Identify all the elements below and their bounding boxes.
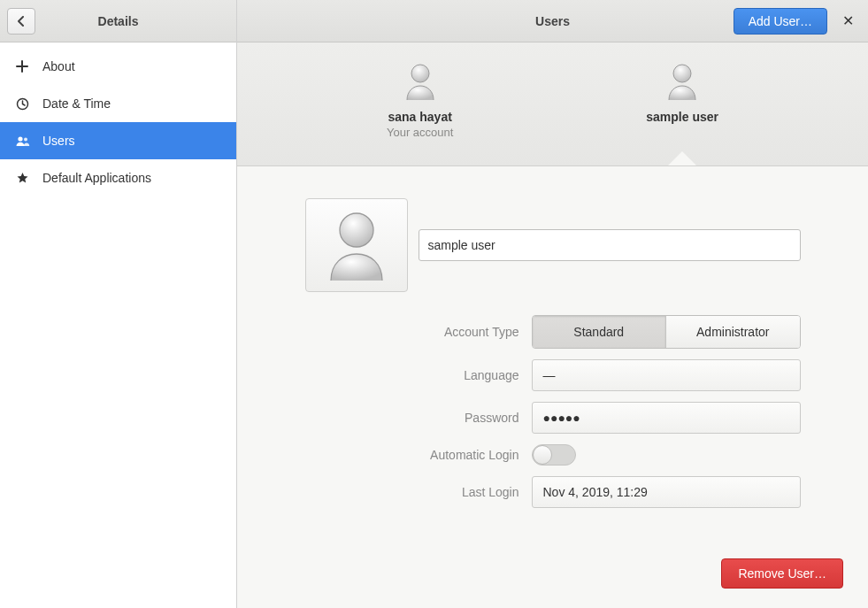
password-value: ●●●●● [543, 411, 580, 425]
last-login-value: Nov 4, 2019, 11:29 [543, 485, 648, 499]
sidebar-item-default-apps[interactable]: Default Applications [0, 159, 236, 196]
sidebar-title: Details [0, 14, 236, 28]
password-label: Password [305, 411, 532, 425]
user-detail-content: Account Type Standard Administrator Lang… [237, 166, 868, 608]
password-field[interactable]: ●●●●● [532, 402, 801, 434]
full-name-input[interactable] [419, 229, 801, 261]
avatar-icon [402, 62, 439, 101]
sidebar-header: Details [0, 0, 236, 42]
sidebar-item-label: Default Applications [42, 171, 151, 185]
sidebar-item-date-time[interactable]: Date & Time [0, 85, 236, 122]
star-icon [14, 172, 30, 185]
avatar-picker[interactable] [305, 198, 408, 292]
last-login-field[interactable]: Nov 4, 2019, 11:29 [532, 476, 801, 508]
avatar-icon [322, 209, 391, 281]
sidebar: Details About Date & Time Users [0, 0, 237, 608]
last-login-label: Last Login [305, 485, 532, 499]
account-type-toggle: Standard Administrator [532, 315, 801, 349]
svg-point-2 [24, 137, 27, 141]
avatar-icon [664, 62, 701, 101]
remove-user-button[interactable]: Remove User… [721, 558, 843, 589]
back-button[interactable] [7, 8, 35, 35]
sidebar-item-about[interactable]: About [0, 48, 236, 85]
clock-icon [14, 97, 30, 111]
sidebar-items: About Date & Time Users Default Applicat… [0, 42, 236, 608]
close-icon: ✕ [842, 12, 854, 29]
main-panel: Users Add User… ✕ sana hayat Your accoun… [237, 0, 868, 608]
svg-point-1 [18, 136, 22, 141]
user-name-label: sana hayat [387, 110, 453, 124]
language-value: — [543, 368, 556, 382]
user-name-label: sample user [646, 110, 718, 124]
language-label: Language [305, 368, 532, 382]
user-subtitle: Your account [387, 126, 453, 139]
sidebar-item-label: Users [42, 134, 75, 148]
close-button[interactable]: ✕ [834, 8, 861, 35]
user-card-own[interactable]: sana hayat Your account [387, 62, 453, 139]
language-field[interactable]: — [532, 359, 801, 391]
add-user-button[interactable]: Add User… [734, 8, 827, 35]
sidebar-item-label: About [42, 59, 75, 73]
toggle-knob [533, 445, 552, 465]
user-selector-bar: sana hayat Your account sample user [237, 42, 868, 166]
automatic-login-toggle[interactable] [532, 444, 576, 466]
plus-icon [14, 60, 30, 73]
automatic-login-label: Automatic Login [305, 448, 532, 462]
user-card-selected[interactable]: sample user [646, 62, 718, 139]
users-icon [14, 135, 30, 147]
svg-point-3 [411, 65, 429, 82]
sidebar-item-users[interactable]: Users [0, 122, 236, 159]
sidebar-item-label: Date & Time [42, 96, 111, 111]
main-header: Users Add User… ✕ [237, 0, 868, 42]
account-type-label: Account Type [305, 325, 532, 339]
svg-point-4 [673, 65, 691, 82]
chevron-left-icon [16, 16, 27, 27]
svg-point-5 [340, 213, 373, 247]
account-type-standard[interactable]: Standard [533, 316, 667, 348]
account-type-administrator[interactable]: Administrator [666, 316, 800, 348]
